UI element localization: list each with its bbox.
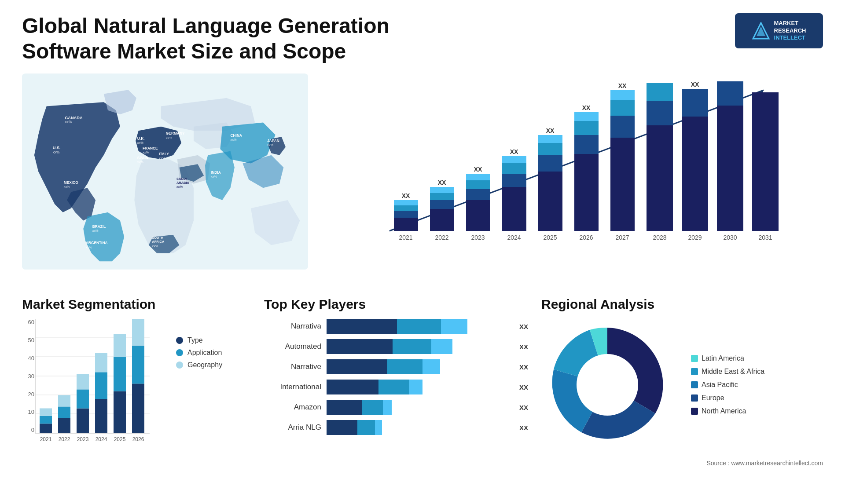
donut-svg	[541, 319, 673, 451]
map-area: CANADA xx% U.S. xx% MEXICO xx% BRAZIL xx…	[22, 73, 308, 284]
player-row-automated: Automated XX	[264, 339, 528, 354]
svg-text:2025: 2025	[114, 436, 126, 442]
legend-application: Application	[176, 349, 222, 357]
world-map-svg: CANADA xx% U.S. xx% MEXICO xx% BRAZIL xx…	[22, 73, 308, 270]
svg-text:xx%: xx%	[53, 150, 60, 154]
player-row-narrative: Narrative XX	[264, 359, 528, 374]
svg-rect-94	[58, 395, 70, 407]
regional-legend: Latin America Middle East & Africa Asia …	[691, 354, 764, 415]
reg-north-america: North America	[691, 407, 764, 415]
bar-seg-dark	[327, 319, 397, 334]
svg-text:xx%: xx%	[159, 156, 165, 160]
svg-text:2029: 2029	[688, 234, 702, 241]
reg-latin-america: Latin America	[691, 354, 764, 362]
svg-rect-73	[717, 106, 743, 231]
player-xx-narrative: XX	[519, 363, 528, 371]
spain-label: SPAIN	[137, 156, 148, 160]
svg-rect-53	[574, 135, 599, 154]
svg-rect-22	[394, 218, 418, 231]
saudi-label: SAUDI	[176, 177, 187, 181]
svg-text:xx%: xx%	[143, 150, 149, 154]
svg-text:XX: XX	[546, 127, 555, 134]
logo-text: MARKET RESEARCH INTELLECT	[774, 20, 806, 42]
svg-text:2026: 2026	[579, 234, 593, 241]
svg-rect-55	[574, 112, 599, 121]
logo-icon	[752, 22, 770, 40]
regional-title: Regional Analysis	[541, 297, 823, 312]
svg-text:ARABIA: ARABIA	[176, 181, 189, 185]
player-xx-automated: XX	[519, 343, 528, 351]
brazil-label: BRAZIL	[92, 224, 106, 229]
segmentation-title: Market Segmentation	[22, 297, 251, 312]
svg-rect-97	[77, 390, 89, 409]
player-bar-narrativa	[327, 319, 511, 334]
svg-rect-23	[394, 211, 418, 218]
svg-rect-90	[40, 409, 52, 416]
player-xx-international: XX	[519, 383, 528, 391]
svg-rect-30	[430, 193, 454, 200]
svg-text:XX: XX	[618, 82, 627, 89]
player-bar-narrative	[327, 359, 511, 374]
svg-rect-65	[647, 101, 673, 125]
middle-east-africa-label: Middle East & Africa	[702, 368, 764, 376]
europe-label: Europe	[702, 394, 724, 402]
us-label: U.S.	[53, 146, 61, 150]
asia-pacific-label: Asia Pacific	[702, 381, 738, 389]
asia-pacific-dot	[691, 381, 698, 388]
player-name-narrativa: Narrativa	[264, 322, 321, 331]
svg-rect-64	[647, 125, 673, 231]
svg-text:XX: XX	[582, 104, 591, 111]
svg-rect-52	[574, 154, 599, 231]
page-container: Global Natural Language Generation Softw…	[0, 0, 845, 504]
svg-rect-92	[58, 418, 70, 433]
svg-rect-104	[114, 391, 126, 433]
seg-chart-wrapper: 0 10 20 30 40 50 60	[22, 319, 163, 451]
geography-dot	[176, 362, 183, 369]
svg-text:2027: 2027	[615, 234, 629, 241]
latin-america-dot	[691, 355, 698, 362]
svg-rect-61	[610, 90, 635, 100]
svg-rect-31	[430, 187, 454, 193]
svg-text:XX: XX	[656, 81, 664, 82]
svg-rect-106	[114, 334, 126, 357]
svg-text:2026: 2026	[132, 436, 144, 442]
svg-rect-100	[95, 399, 107, 433]
legend-geography: Geography	[176, 361, 222, 369]
svg-rect-25	[394, 200, 418, 205]
player-xx-narrativa: XX	[519, 323, 528, 330]
players-list: Narrativa XX Automated	[264, 319, 528, 435]
player-name-arria: Arria NLG	[264, 423, 321, 432]
player-bar-international	[327, 380, 511, 394]
bar-chart-area: XX 2021 XX 2022 XX	[321, 73, 823, 284]
svg-rect-47	[538, 155, 562, 172]
reg-asia-pacific: Asia Pacific	[691, 381, 764, 389]
svg-text:xx%: xx%	[92, 229, 99, 233]
header: Global Natural Language Generation Softw…	[22, 13, 823, 64]
svg-rect-37	[466, 174, 490, 180]
bottom-section: Market Segmentation 0 10 20 30 40 50 60	[22, 297, 823, 467]
svg-text:2022: 2022	[59, 436, 70, 442]
svg-text:AFRICA: AFRICA	[152, 240, 165, 244]
southafrica-label: SOUTH	[152, 236, 163, 240]
svg-rect-54	[574, 121, 599, 135]
svg-text:2022: 2022	[435, 234, 448, 241]
seg-chart-svg: 2021 2022 2023	[35, 319, 154, 442]
svg-rect-110	[132, 319, 144, 346]
segmentation-area: Market Segmentation 0 10 20 30 40 50 60	[22, 297, 251, 467]
key-players-title: Top Key Players	[264, 297, 528, 312]
svg-rect-40	[502, 187, 526, 231]
logo-box: MARKET RESEARCH INTELLECT	[735, 13, 823, 48]
svg-rect-108	[132, 383, 144, 433]
france-label: FRANCE	[143, 146, 158, 150]
north-america-label: North America	[702, 407, 746, 415]
svg-rect-34	[466, 200, 490, 231]
svg-text:2031: 2031	[758, 234, 772, 241]
type-label: Type	[187, 336, 203, 344]
svg-text:XX: XX	[510, 148, 518, 155]
china-label: CHINA	[231, 133, 242, 138]
svg-text:xx%: xx%	[86, 245, 92, 249]
svg-text:XX: XX	[691, 81, 699, 88]
player-row-amazon: Amazon XX	[264, 400, 528, 415]
reg-europe: Europe	[691, 394, 764, 402]
world-map-container: CANADA xx% U.S. xx% MEXICO xx% BRAZIL xx…	[22, 73, 308, 270]
